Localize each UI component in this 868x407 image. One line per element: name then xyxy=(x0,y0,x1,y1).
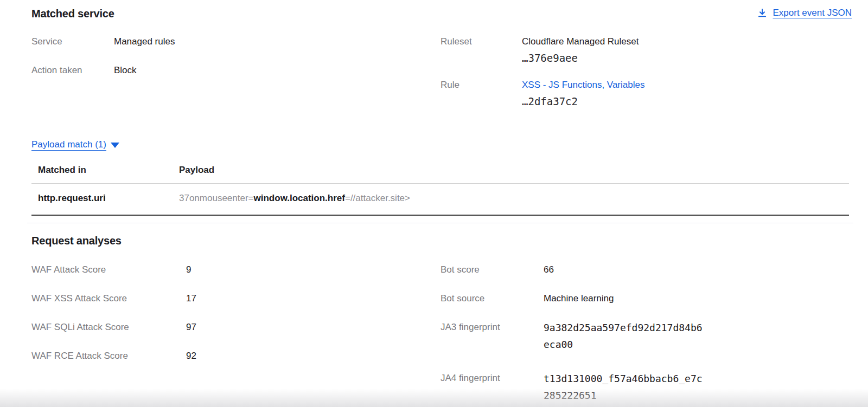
rule-label: Rule xyxy=(441,79,522,109)
action-taken-row: Action taken Block xyxy=(31,64,441,76)
bot-source-label: Bot source xyxy=(441,293,544,304)
ja3-fingerprint-value: 9a382d25aa597efd92d217d84b6eca00 xyxy=(544,319,704,353)
waf-xss-attack-score-value: 17 xyxy=(186,293,196,304)
ja3-fingerprint-row: JA3 fingerprint 9a382d25aa597efd92d217d8… xyxy=(441,321,852,355)
ja4-fingerprint-row: JA4 fingerprint t13d131000_f57a46bbacb6_… xyxy=(441,372,852,406)
ruleset-label: Ruleset xyxy=(441,36,522,66)
export-event-json-label: Export event JSON xyxy=(773,7,852,20)
action-taken-value: Block xyxy=(114,64,137,76)
ruleset-row: Ruleset Cloudflare Managed Ruleset …376e… xyxy=(441,36,852,66)
payload-match-row: http.request.uri 37onmouseenter=window.l… xyxy=(31,184,849,216)
bot-source-row: Bot source Machine learning xyxy=(441,293,852,304)
bot-score-value: 66 xyxy=(544,264,554,275)
waf-xss-attack-score-label: WAF XSS Attack Score xyxy=(31,293,186,304)
request-analyses-section: WAF Attack Score 9 WAF XSS Attack Score … xyxy=(31,264,852,407)
request-analyses-title: Request analyses xyxy=(31,235,852,247)
service-label: Service xyxy=(31,36,114,47)
payload-prefix: 37onmouseenter= xyxy=(179,193,254,203)
action-taken-label: Action taken xyxy=(31,64,114,76)
service-row: Service Managed rules xyxy=(31,36,441,47)
payload-highlight: window.location.href xyxy=(254,193,345,203)
waf-rce-attack-score-row: WAF RCE Attack Score 92 xyxy=(31,350,441,361)
ja4-fingerprint-value: t13d131000_f57a46bbacb6_e7c285222651 xyxy=(544,370,704,404)
payload-suffix: =//attacker.site> xyxy=(345,193,410,203)
download-icon xyxy=(757,8,767,18)
payload-match-toggle[interactable]: Payload match (1) xyxy=(31,139,119,151)
waf-xss-attack-score-row: WAF XSS Attack Score 17 xyxy=(31,293,441,304)
export-event-json-link[interactable]: Export event JSON xyxy=(757,7,852,20)
matched-in-column-header: Matched in xyxy=(38,165,179,176)
payload-value: 37onmouseenter=window.location.href=//at… xyxy=(179,193,410,204)
ruleset-name: Cloudflare Managed Ruleset xyxy=(522,36,639,47)
waf-attack-score-label: WAF Attack Score xyxy=(31,264,186,275)
ja3-fingerprint-label: JA3 fingerprint xyxy=(441,321,544,355)
waf-rce-attack-score-label: WAF RCE Attack Score xyxy=(31,350,186,361)
matched-service-header: Matched service Export event JSON xyxy=(31,7,852,21)
ja4-fingerprint-label: JA4 fingerprint xyxy=(441,372,544,406)
payload-table-header: Matched in Payload xyxy=(31,165,849,184)
service-value: Managed rules xyxy=(114,36,175,47)
payload-match-toggle-label: Payload match (1) xyxy=(31,139,106,151)
waf-event-detail-panel: Matched service Export event JSON Servic… xyxy=(0,0,868,407)
waf-rce-attack-score-value: 92 xyxy=(186,350,196,361)
waf-sqli-attack-score-value: 97 xyxy=(186,321,196,333)
waf-attack-score-value: 9 xyxy=(186,264,191,275)
chevron-down-icon xyxy=(111,143,119,148)
payload-match-table: Matched in Payload http.request.uri 37on… xyxy=(31,165,849,216)
bot-source-value: Machine learning xyxy=(544,293,614,304)
bot-score-row: Bot score 66 xyxy=(441,264,852,275)
waf-sqli-attack-score-label: WAF SQLi Attack Score xyxy=(31,321,186,333)
matched-in-value: http.request.uri xyxy=(38,193,179,204)
matched-service-section: Service Managed rules Action taken Block… xyxy=(31,36,852,122)
waf-sqli-attack-score-row: WAF SQLi Attack Score 97 xyxy=(31,321,441,333)
rule-row: Rule XSS - JS Functions, Variables …2dfa… xyxy=(441,79,852,109)
bot-score-label: Bot score xyxy=(441,264,544,275)
section-divider xyxy=(27,223,853,223)
payload-column-header: Payload xyxy=(179,165,214,176)
rule-id: …2dfa37c2 xyxy=(522,93,644,109)
ruleset-id: …376e9aee xyxy=(522,50,639,66)
matched-service-title: Matched service xyxy=(31,7,114,21)
rule-link[interactable]: XSS - JS Functions, Variables xyxy=(522,80,644,90)
waf-attack-score-row: WAF Attack Score 9 xyxy=(31,264,441,275)
